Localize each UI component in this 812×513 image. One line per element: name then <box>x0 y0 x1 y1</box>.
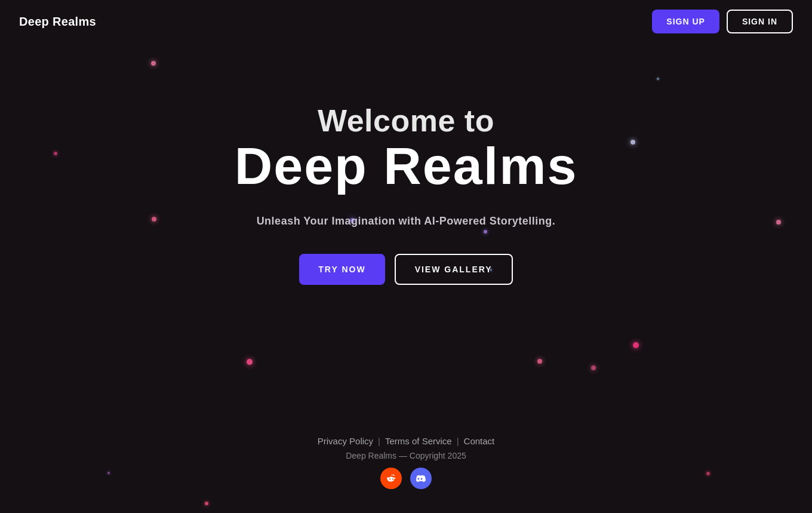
hero-buttons: TRY NOW VIEW GALLERY <box>299 254 512 285</box>
hero-subtitle: Unleash Your Imagination with AI-Powered… <box>257 215 556 228</box>
social-links <box>380 468 432 489</box>
separator-2: | <box>457 436 459 446</box>
hero-section: Welcome to Deep Realms Unleash Your Imag… <box>0 103 812 285</box>
privacy-policy-link[interactable]: Privacy Policy <box>318 436 373 446</box>
site-logo: Deep Realms <box>19 15 96 29</box>
footer-links: Privacy Policy | Terms of Service | Cont… <box>318 436 495 446</box>
terms-of-service-link[interactable]: Terms of Service <box>385 436 452 446</box>
particle-dot <box>205 502 208 505</box>
signup-button[interactable]: SIGN UP <box>652 10 719 33</box>
hero-title: Deep Realms <box>235 139 578 193</box>
particle-dot <box>657 78 659 80</box>
reddit-icon[interactable] <box>380 468 402 489</box>
copyright-text: Deep Realms — Copyright 2025 <box>346 451 466 460</box>
particle-dot <box>151 61 156 66</box>
discord-icon[interactable] <box>410 468 432 489</box>
navbar: Deep Realms SIGN UP SIGN IN <box>0 0 812 43</box>
hero-welcome-text: Welcome to <box>318 103 494 139</box>
particle-dot <box>633 342 639 348</box>
try-now-button[interactable]: TRY NOW <box>299 254 385 285</box>
particle-dot <box>591 365 596 370</box>
particle-dot <box>537 359 542 364</box>
signin-button[interactable]: SIGN IN <box>727 10 793 33</box>
particle-dot <box>247 359 253 365</box>
footer: Privacy Policy | Terms of Service | Cont… <box>0 436 812 489</box>
navbar-actions: SIGN UP SIGN IN <box>652 10 793 33</box>
view-gallery-button[interactable]: VIEW GALLERY <box>395 254 513 285</box>
separator-1: | <box>378 436 380 446</box>
contact-link[interactable]: Contact <box>464 436 495 446</box>
